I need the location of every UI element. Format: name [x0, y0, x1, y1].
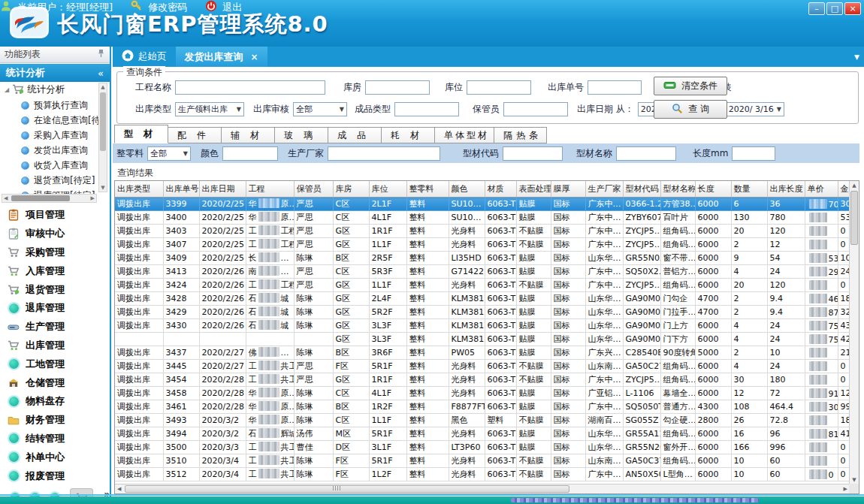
maximize-button[interactable]: □ [826, 2, 843, 15]
project-name-input[interactable] [175, 80, 325, 95]
sidebar-item-入库管理[interactable]: 入库管理 [0, 261, 110, 280]
sidebar-item-工地管理[interactable]: 工地管理 [0, 355, 110, 373]
column-header-膜厚[interactable]: 膜厚 [551, 181, 585, 198]
sidebar-item-报废管理[interactable]: 报废管理 [0, 466, 110, 485]
material-tab-隔热条[interactable]: 隔热条 [494, 127, 547, 143]
column-header-库位[interactable]: 库位 [369, 181, 406, 198]
table-row[interactable]: 调拨出库34032020/2/25工工程严思G区1R1F整料光身料6063-T5… [115, 225, 850, 238]
column-header-型材代码[interactable]: 型材代码 [623, 181, 660, 198]
tree-expander-icon[interactable]: ◢ [5, 86, 9, 93]
table-row[interactable]: 调拨出库34542020/2/28工共工程严思G区1R1F整料光身料6063-T… [115, 373, 850, 387]
sidebar-item-出库管理[interactable]: 出库管理 [0, 337, 110, 355]
tree-item[interactable]: 在途信息查询[待 [0, 113, 110, 128]
tree-horizontal-scrollbar[interactable]: ◀ ▶ [2, 194, 97, 203]
profile-name-input[interactable] [616, 146, 676, 161]
table-row[interactable]: 调拨出库34582020/2/28华原…陈琳C区4L1F整料光身料6063-T5… [115, 387, 850, 400]
sidebar-item-退库管理[interactable]: 退库管理 [0, 299, 110, 318]
table-row[interactable]: 调拨出库34002020/2/25华原…严思C区4L1F整料SU10…6063-… [115, 211, 850, 225]
tab-start-page[interactable]: 起始页 [113, 47, 176, 67]
tree-item[interactable]: 预算执行查询 [0, 98, 110, 113]
column-header-型材名称[interactable]: 型材名称 [660, 181, 695, 198]
product-type-input[interactable] [394, 102, 459, 116]
location-input[interactable] [467, 80, 531, 95]
sidebar-item-结转管理[interactable]: 结转管理 [0, 430, 110, 448]
column-header-表面处理[interactable]: 表面处理 [516, 181, 551, 198]
collapse-icon[interactable]: « [98, 68, 104, 79]
table-row[interactable]: 调拨出库34242020/2/26工工程严思G区1L1F整料光身料6063-T5… [115, 279, 850, 292]
table-row[interactable]: 调拨出库34612020/2/28华原…陈琳B区1R2F整料F8877FT606… [115, 400, 850, 414]
table-row[interactable]: 调拨出库34452020/2/27工共工程严思F区5R1F整料光身料6063-T… [115, 360, 850, 373]
color-input[interactable] [222, 146, 278, 161]
stat-section-header[interactable]: 统计分析 « [0, 64, 110, 82]
tree-item[interactable]: 采购入库查询 [0, 128, 110, 143]
column-header-颜色[interactable]: 颜色 [449, 181, 485, 198]
table-row[interactable]: 调拨出库35002020/3/3工共工程曹佳D区3L1F整料LT3P606063… [115, 441, 850, 454]
whole-part-select[interactable]: 全部▼ [147, 146, 191, 161]
table-row[interactable]: 调拨出库34282020/2/26石城陈琳G区2L4F整料KLM38176063… [115, 292, 850, 306]
pin-icon[interactable] [97, 49, 105, 60]
close-button[interactable]: × [844, 2, 861, 15]
sidebar-item-物料盘存[interactable]: 物料盘存 [0, 392, 110, 411]
column-header-长度[interactable]: 长度 [695, 181, 731, 198]
tree-item[interactable]: 退货查询[待定] [0, 173, 110, 188]
material-tab-型材[interactable]: 型材 [114, 125, 168, 143]
sidebar-item-采购管理[interactable]: 采购管理 [0, 243, 110, 262]
tree-vertical-scrollbar[interactable]: ▲ ▼ [98, 83, 107, 192]
column-header-生产厂家[interactable]: 生产厂家 [585, 181, 623, 198]
column-header-工程[interactable]: 工程 [246, 181, 294, 198]
tab-list-dropdown-icon[interactable]: ▼ [854, 53, 859, 61]
tab-close-icon[interactable]: × [251, 52, 258, 62]
sidebar-item-退货管理[interactable]: 退货管理 [0, 280, 110, 299]
table-row[interactable]: 调拨出库34302020/2/26石城陈琳G区3L3F整料KLM38176063… [115, 319, 850, 333]
sidebar-item-审核中心[interactable]: 审核中心 [0, 225, 110, 243]
date-to-picker[interactable]: 2020/ 3/16▼ [726, 102, 784, 116]
length-input[interactable] [732, 146, 775, 161]
table-vertical-scrollbar[interactable]: ▲ ▼ [849, 181, 859, 484]
clear-conditions-button[interactable]: 清空条件 [654, 77, 727, 95]
column-header-保管员[interactable]: 保管员 [294, 181, 333, 198]
table-row[interactable]: 调拨出库34072020/2/25工工程严思G区1L1F整料光身料6063-T5… [115, 238, 850, 252]
table-row[interactable]: 调拨出库34372020/2/27佛…陈琳B区3R6F整料PW056063-T5… [115, 346, 850, 360]
keeper-input[interactable] [503, 102, 568, 116]
column-header-出库长度[interactable]: 出库长度 [767, 181, 805, 198]
sidebar-item-补单中心[interactable]: 补单中心 [0, 448, 110, 466]
column-header-整零料[interactable]: 整零料 [406, 181, 449, 198]
column-header-单价[interactable]: 单价 [805, 181, 838, 198]
out-audit-select[interactable]: 全部▼ [293, 102, 347, 116]
material-tab-成品[interactable]: 成品 [328, 127, 382, 143]
table-row[interactable]: 调拨出库34092020/2/25长…陈琳B区2R5F整料LI35HD6063-… [115, 252, 850, 265]
table-row[interactable]: 调拨出库34132020/2/26南…严思C区5R3F整料G714226063-… [115, 265, 850, 279]
column-header-出库日期[interactable]: 出库日期 [199, 181, 246, 198]
column-header-出库类型[interactable]: 出库类型 [115, 181, 163, 198]
table-row[interactable]: 调拨出库34932020/3/2华原…陈琳C区1L1F整料黑色塑料不贴膜国标湖南… [115, 414, 850, 427]
sidebar-item-仓储管理[interactable]: 仓储管理 [0, 373, 110, 392]
tab-shipment-outbound-query[interactable]: 发货出库查询 × [176, 47, 267, 67]
table-row[interactable]: 调拨出库35102020/3/4工共工程陈琳F区5R1F整料光身料6063-T5… [115, 454, 850, 468]
material-tab-玻璃[interactable]: 玻璃 [275, 127, 328, 143]
sidebar-item-生产管理[interactable]: 生产管理 [0, 318, 110, 337]
tree-item[interactable]: 收货入库查询 [0, 158, 110, 173]
table-row[interactable]: G区3L3F整料KLM38176063-T5贴膜国标山东华…GA90M09.门下… [115, 333, 850, 346]
table-row[interactable]: 调拨出库33992020/2/25华原…严思C区2L1F整料SU10…6063-… [115, 198, 850, 211]
tree-item[interactable]: 发货出库查询 [0, 143, 110, 158]
out-type-select[interactable]: 生产领料出库▼ [175, 102, 244, 116]
column-header-库房[interactable]: 库房 [333, 181, 369, 198]
search-button[interactable]: 查 询 [654, 100, 727, 119]
sidebar-item-财务管理[interactable]: 财务管理 [0, 411, 110, 430]
maker-input[interactable] [328, 146, 440, 161]
table-horizontal-scrollbar[interactable]: ◀ ▶ [115, 484, 850, 493]
table-row[interactable]: 调拨出库35122020/3/4工共工程陈琳F区1L2F整料光身料6063-T5… [115, 468, 850, 481]
column-header-数量[interactable]: 数量 [731, 181, 767, 198]
profile-code-input[interactable] [503, 146, 563, 161]
table-row[interactable]: 调拨出库34292020/2/26石城陈琳G区5R2F整料KLM38176063… [115, 306, 850, 319]
table-row[interactable]: 调拨出库34942020/3/2石辉城汤伟M区5R1F整料光身料6063-T5贴… [115, 427, 850, 441]
warehouse-input[interactable] [365, 80, 430, 95]
material-tab-单体型材[interactable]: 单体型材 [435, 127, 494, 143]
column-header-出库单号[interactable]: 出库单号 [163, 181, 199, 198]
column-header-材质[interactable]: 材质 [485, 181, 516, 198]
tree-root[interactable]: ◢ 统计分析 [0, 82, 110, 98]
material-tab-辅材[interactable]: 辅材 [222, 127, 275, 143]
minimize-button[interactable]: – [808, 2, 825, 15]
sidebar-item-项目管理[interactable]: 项目管理 [0, 206, 110, 225]
material-tab-耗材[interactable]: 耗材 [382, 127, 435, 143]
